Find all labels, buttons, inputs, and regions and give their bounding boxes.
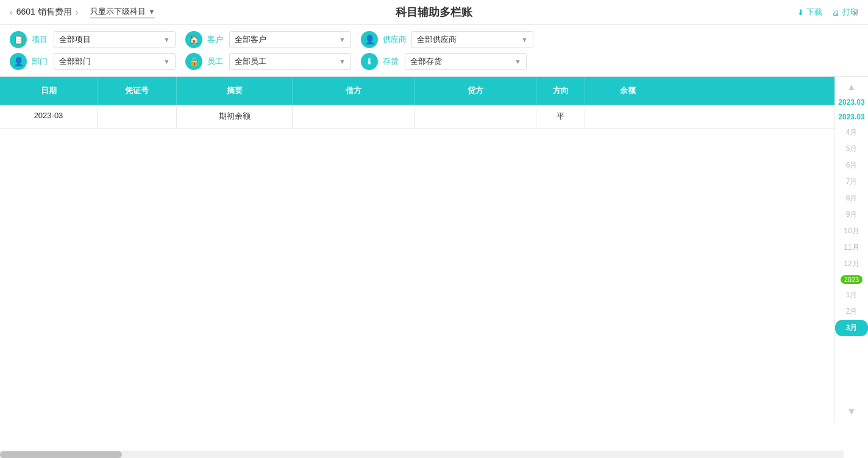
table-area: 日期 凭证号 摘要 借方 贷方 方向 余额 2023-03 期初余额 平 <box>0 77 834 422</box>
inventory-value: 全部存货 <box>410 56 442 67</box>
top-bar: ‹ 6601 销售费用 › 只显示下级科目 ▼ 科目辅助多栏账 ⬇ 下载 🖨 打… <box>0 0 868 25</box>
timeline-item-2[interactable]: 2月 <box>835 303 868 320</box>
timeline-item-8[interactable]: 8月 <box>835 190 868 206</box>
department-dropdown-icon: ▼ <box>163 58 170 65</box>
table-row: 2023-03 期初余额 平 <box>0 105 834 129</box>
inventory-dropdown-icon: ▼ <box>514 58 521 65</box>
cell-voucher <box>98 105 177 128</box>
filter-row-2: 👤 部门 全部部门 ▼ 🔒 员工 全部员工 ▼ ⬇ 存货 全部存货 <box>10 53 858 70</box>
timeline-item-9[interactable]: 9月 <box>835 206 868 223</box>
inventory-label: 存货 <box>383 56 400 67</box>
department-icon: 👤 <box>10 53 27 70</box>
timeline-item-5[interactable]: 5月 <box>835 141 868 157</box>
timeline-up-arrow[interactable]: ▲ <box>844 79 859 95</box>
supplier-select[interactable]: 全部供应商 ▼ <box>411 31 533 48</box>
table-body: 2023-03 期初余额 平 <box>0 105 834 422</box>
supplier-dropdown-icon: ▼ <box>521 36 528 43</box>
inventory-icon: ⬇ <box>361 53 378 70</box>
timeline-item-4[interactable]: 4月 <box>835 124 868 141</box>
table-header: 日期 凭证号 摘要 借方 贷方 方向 余额 <box>0 77 834 105</box>
year-badge: 2023 <box>841 275 863 284</box>
download-icon: ⬇ <box>797 8 804 17</box>
show-sub-arrow-icon: ▼ <box>148 8 155 15</box>
col-voucher: 凭证号 <box>98 77 177 105</box>
customer-value: 全部客户 <box>235 34 266 45</box>
col-date: 日期 <box>0 77 98 105</box>
filter-employee: 🔒 员工 全部员工 ▼ <box>185 53 351 70</box>
filter-department: 👤 部门 全部部门 ▼ <box>10 53 176 70</box>
cell-credit <box>414 105 536 128</box>
account-code-label: 6601 销售费用 <box>16 7 72 18</box>
supplier-label: 供应商 <box>383 34 407 45</box>
filter-project: 📋 项目 全部项目 ▼ <box>10 31 176 48</box>
cell-date: 2023-03 <box>0 105 98 128</box>
cell-balance <box>585 105 671 128</box>
timeline-item-7[interactable]: 7月 <box>835 174 868 190</box>
filter-customer: 🏠 客户 全部客户 ▼ <box>185 31 351 48</box>
print-icon: 🖨 <box>832 8 840 17</box>
page-title: 科目辅助多栏账 <box>396 5 472 19</box>
filter-inventory: ⬇ 存货 全部存货 ▼ <box>361 53 527 70</box>
timeline-item-6[interactable]: 6月 <box>835 157 868 174</box>
timeline: ▲ 2023.03 2023.03 4月 5月 6月 7月 8月 9月 10月 … <box>834 77 868 422</box>
scrollbar-thumb[interactable] <box>0 451 122 458</box>
employee-value: 全部员工 <box>235 56 266 67</box>
filter-row-1: 📋 项目 全部项目 ▼ 🏠 客户 全部客户 ▼ 👤 供应商 全部 <box>10 31 858 48</box>
show-sub-toggle[interactable]: 只显示下级科目 ▼ <box>90 6 155 18</box>
filter-supplier: 👤 供应商 全部供应商 ▼ <box>361 31 533 48</box>
top-actions: ⬇ 下载 🖨 打印 <box>797 7 858 18</box>
nav-next-button[interactable]: › <box>76 7 79 17</box>
col-credit: 贷方 <box>414 77 536 105</box>
year-badge-container: 2023 <box>835 272 868 287</box>
col-summary: 摘要 <box>177 77 293 105</box>
employee-select[interactable]: 全部员工 ▼ <box>229 53 351 70</box>
horizontal-scrollbar[interactable] <box>0 451 844 458</box>
department-select[interactable]: 全部部门 ▼ <box>54 53 176 70</box>
inventory-select[interactable]: 全部存货 ▼ <box>405 53 527 70</box>
cell-direction: 平 <box>536 105 585 128</box>
employee-label: 员工 <box>207 56 224 67</box>
timeline-item-period2[interactable]: 2023.03 <box>835 110 868 124</box>
customer-icon: 🏠 <box>185 31 202 48</box>
cell-debit <box>293 105 414 128</box>
col-debit: 借方 <box>293 77 414 105</box>
project-icon: 📋 <box>10 31 27 48</box>
timeline-item-period1[interactable]: 2023.03 <box>835 95 868 110</box>
download-label: 下载 <box>806 7 822 18</box>
timeline-item-10[interactable]: 10月 <box>835 223 868 239</box>
supplier-icon: 👤 <box>361 31 378 48</box>
nav-prev-button[interactable]: ‹ <box>10 7 13 17</box>
timeline-item-11[interactable]: 11月 <box>835 239 868 256</box>
customer-dropdown-icon: ▼ <box>339 36 346 43</box>
timeline-down-arrow[interactable]: ▼ <box>844 404 859 420</box>
employee-icon: 🔒 <box>185 53 202 70</box>
timeline-item-12[interactable]: 12月 <box>835 256 868 272</box>
department-value: 全部部门 <box>59 56 91 67</box>
project-dropdown-icon: ▼ <box>163 36 170 43</box>
department-label: 部门 <box>32 56 49 67</box>
show-sub-label: 只显示下级科目 <box>90 6 146 17</box>
account-nav: ‹ 6601 销售费用 › <box>10 7 78 18</box>
col-direction: 方向 <box>536 77 585 105</box>
project-label: 项目 <box>32 34 49 45</box>
main-container: × ‹ 6601 销售费用 › 只显示下级科目 ▼ 科目辅助多栏账 ⬇ 下载 🖨… <box>0 0 868 458</box>
project-select[interactable]: 全部项目 ▼ <box>54 31 176 48</box>
project-value: 全部项目 <box>59 34 91 45</box>
customer-select[interactable]: 全部客户 ▼ <box>229 31 351 48</box>
col-balance: 余额 <box>585 77 671 105</box>
employee-dropdown-icon: ▼ <box>339 58 346 65</box>
supplier-value: 全部供应商 <box>417 34 457 45</box>
timeline-item-3-active[interactable]: 3月 <box>835 320 868 336</box>
customer-label: 客户 <box>207 34 224 45</box>
filter-area: 📋 项目 全部项目 ▼ 🏠 客户 全部客户 ▼ 👤 供应商 全部 <box>0 25 868 77</box>
download-button[interactable]: ⬇ 下载 <box>797 7 822 18</box>
content-area: 日期 凭证号 摘要 借方 贷方 方向 余额 2023-03 期初余额 平 <box>0 77 868 422</box>
cell-summary: 期初余额 <box>177 105 293 128</box>
timeline-item-1[interactable]: 1月 <box>835 287 868 303</box>
close-button[interactable]: × <box>852 7 858 20</box>
